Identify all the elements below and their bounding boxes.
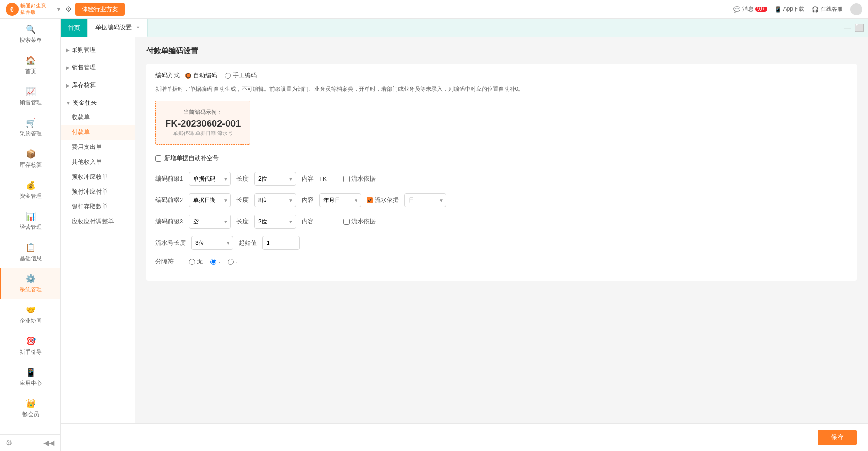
prefix2-date-format-wrap: 年月日 年月 年 ▼ [319, 193, 361, 207]
sub-group-sales-title[interactable]: ▶ 销售管理 [61, 61, 135, 74]
headset-icon: 🎧 [812, 6, 819, 13]
sidebar-item-operations[interactable]: 📊 经营管理 [0, 206, 60, 237]
sub-group-purchase-title[interactable]: ▶ 采购管理 [61, 43, 135, 57]
manual-encode-option[interactable]: 手工编码 [225, 71, 257, 80]
footer-bar: 保存 [61, 423, 868, 451]
prefix1-length-select[interactable]: 2位 4位 6位 [254, 172, 296, 186]
save-button[interactable]: 保存 [818, 430, 857, 445]
prefix1-serial-wrap[interactable]: 流水依据 [343, 175, 376, 183]
auto-encode-radio[interactable] [185, 73, 191, 79]
start-value-label: 起始值 [239, 239, 257, 247]
sub-group-capital-title[interactable]: ▼ 资金往来 [61, 96, 135, 110]
auto-fill-checkbox[interactable] [155, 155, 161, 162]
prefix3-length-label: 长度 [236, 217, 249, 226]
sidebar-item-home[interactable]: 🏠 首页 [0, 50, 60, 81]
auto-encode-option[interactable]: 自动编码 [185, 71, 217, 80]
prefix2-serial-unit-select[interactable]: 日 月 年 [404, 193, 446, 207]
serial-length-label: 流水号长度 [155, 239, 186, 247]
collapse-icon[interactable]: ◀◀ [43, 438, 54, 447]
sub-item-prepaid-payable[interactable]: 预付冲应付单 [61, 184, 135, 199]
sub-item-other-income[interactable]: 其他收入单 [61, 155, 135, 169]
prefix2-serial-checkbox[interactable] [367, 197, 373, 203]
sidebar-item-inventory[interactable]: 📦 库存核算 [0, 143, 60, 175]
prefix3-serial-label: 流水依据 [351, 217, 376, 226]
sidebar-item-enterprise[interactable]: 🤝 企业协同 [0, 299, 60, 330]
sub-item-adjustment[interactable]: 应收应付调整单 [61, 214, 135, 229]
guide-icon: 🎯 [26, 336, 36, 346]
sub-item-bank[interactable]: 银行存取款单 [61, 199, 135, 214]
sep-dash-radio[interactable] [210, 259, 216, 265]
prefix3-select[interactable]: 单据代码 单据日期 空 部门 业务员 [189, 215, 231, 229]
separator-label: 分隔符 [155, 257, 183, 266]
sidebar-item-finance[interactable]: 💰 资金管理 [0, 175, 60, 206]
message-item[interactable]: 💬 消息 99+ [733, 5, 767, 13]
tab-maximize-icon[interactable]: ⬜ [855, 23, 864, 32]
sep-none-radio[interactable] [189, 259, 195, 265]
prefix3-row: 编码前缀3 单据代码 单据日期 空 部门 业务员 ▼ 长度 [155, 215, 848, 229]
sub-sidebar: ▶ 采购管理 ▶ 销售管理 ▶ 库存核算 [61, 37, 135, 423]
prefix2-date-format-select[interactable]: 年月日 年月 年 [319, 193, 361, 207]
sep-none-option[interactable]: 无 [189, 257, 203, 266]
prefix2-select-wrap: 单据代码 单据日期 空 部门 业务员 ▼ [189, 193, 231, 207]
prefix2-serial-label: 流水依据 [375, 196, 399, 204]
topbar-dropdown-arrow[interactable]: ▼ [56, 6, 61, 13]
separator-row: 分隔符 无 · · [155, 257, 848, 266]
sub-item-prepaid-receivable[interactable]: 预收冲应收单 [61, 169, 135, 184]
serial-length-select[interactable]: 3位 4位 5位 6位 [191, 236, 233, 250]
sidebar-item-purchase[interactable]: 🛒 采购管理 [0, 112, 60, 143]
prefix2-content-label: 内容 [302, 196, 314, 204]
prefix3-select-wrap: 单据代码 单据日期 空 部门 业务员 ▼ [189, 215, 231, 229]
sidebar-item-guide[interactable]: 🎯 新手引导 [0, 330, 60, 362]
prefix1-content-label: 内容 [302, 175, 314, 183]
apps-icon: 📱 [26, 367, 36, 377]
encoding-radio-group: 自动编码 手工编码 [185, 71, 257, 80]
prefix3-length-select[interactable]: 2位 4位 6位 [254, 215, 296, 229]
settings-bottom-icon[interactable]: ⚙ [6, 438, 12, 447]
prefix2-length-select[interactable]: 2位 4位 6位 8位 [254, 193, 296, 207]
chevron-right-icon3: ▶ [66, 83, 70, 88]
sidebar-item-apps[interactable]: 📱 应用中心 [0, 362, 60, 393]
prefix2-serial-wrap[interactable]: 流水依据 [367, 196, 399, 204]
search-icon: 🔍 [26, 24, 36, 34]
sub-item-payment[interactable]: 付款单 [61, 125, 135, 140]
content-panel: 付款单编码设置 编码方式 自动编码 手工编码 [135, 37, 868, 423]
serial-length-select-wrap: 3位 4位 5位 6位 ▼ [191, 236, 233, 250]
sep-dot-radio[interactable] [228, 259, 234, 265]
message-badge: 99+ [755, 7, 767, 12]
sidebar-item-membership[interactable]: 👑 畅会员 [0, 393, 60, 424]
sidebar-item-basic-info[interactable]: 📋 基础信息 [0, 237, 60, 268]
separator-radio-group: 无 · · [189, 257, 237, 266]
sidebar-item-sales[interactable]: 📈 销售管理 [0, 81, 60, 112]
sub-group-inventory: ▶ 库存核算 [61, 76, 135, 94]
sub-group-inventory-title[interactable]: ▶ 库存核算 [61, 78, 135, 92]
trial-button[interactable]: 体验行业方案 [75, 3, 125, 16]
auto-fill-row: 新增单据自动补空号 [155, 154, 848, 162]
app-download-item[interactable]: 📱 App下载 [774, 5, 804, 13]
start-value-input[interactable] [262, 236, 300, 250]
tab-home[interactable]: 首页 [61, 19, 88, 37]
sub-item-expense[interactable]: 费用支出单 [61, 140, 135, 155]
sep-dash-option[interactable]: · [210, 258, 220, 265]
user-avatar[interactable] [850, 3, 862, 15]
home-icon: 🏠 [26, 55, 36, 66]
prefix2-select[interactable]: 单据代码 单据日期 空 部门 业务员 [189, 193, 231, 207]
finance-icon: 💰 [26, 180, 36, 190]
sidebar-item-system[interactable]: ⚙️ 系统管理 [0, 268, 60, 299]
purchase-icon: 🛒 [26, 118, 36, 128]
prefix1-select[interactable]: 单据代码 单据日期 空 部门 业务员 [189, 172, 231, 186]
prefix3-serial-wrap[interactable]: 流水依据 [343, 217, 376, 226]
prefix3-content-label: 内容 [302, 217, 314, 226]
tab-close-icon[interactable]: × [136, 24, 140, 31]
manual-encode-radio[interactable] [225, 73, 231, 79]
tab-encoding-settings[interactable]: 单据编码设置 × [88, 19, 148, 37]
sep-dot-option[interactable]: · [228, 258, 237, 265]
sidebar-item-search[interactable]: 🔍 搜索菜单 [0, 19, 60, 50]
tab-minimize-icon[interactable]: — [844, 24, 851, 32]
prefix3-serial-checkbox[interactable] [343, 219, 350, 225]
online-service-item[interactable]: 🎧 在线客服 [812, 5, 843, 13]
prefix1-serial-checkbox[interactable] [343, 176, 350, 182]
logo-icon: 6 [6, 3, 19, 16]
sub-item-receipt[interactable]: 收款单 [61, 110, 135, 125]
topbar: 6 畅通好生意 插件版 ▼ ⚙ 体验行业方案 💬 消息 99+ 📱 App下载 … [0, 0, 868, 19]
settings-icon[interactable]: ⚙ [65, 5, 72, 13]
